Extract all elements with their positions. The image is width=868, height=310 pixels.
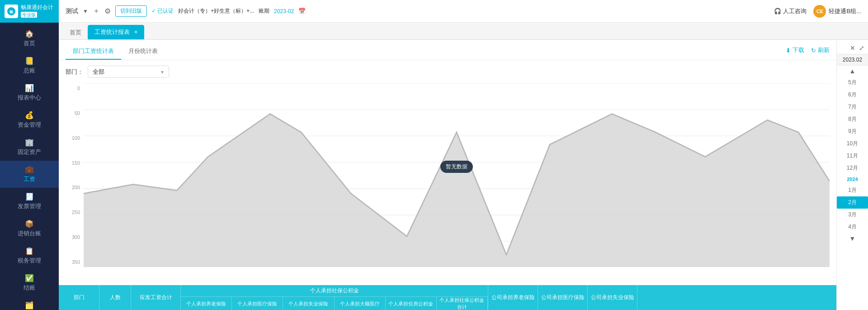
filter-bar: 部门： 全部 销售部 财务部 技术部 <box>59 60 836 83</box>
sidebar-item-tax[interactable]: 📋 税务管理 <box>0 242 59 269</box>
y-label-50: 50 <box>66 110 84 116</box>
col-dept: 部门 <box>59 285 99 310</box>
add-button[interactable]: ＋ <box>93 6 100 16</box>
download-icon: ⬇ <box>786 47 791 54</box>
sidebar-item-sales[interactable]: 📦 进销台账 <box>0 215 59 242</box>
month-12[interactable]: 12月 <box>837 162 868 174</box>
salary-icon: 💼 <box>25 165 34 174</box>
col-housing-fund: 个人承担住房公积金 <box>386 297 437 310</box>
calendar-icon[interactable]: 📅 <box>298 8 306 14</box>
y-label-350: 350 <box>66 259 84 265</box>
col-people: 人数 <box>99 285 131 310</box>
group-header-personal: 个人承担社保公积金 <box>181 285 488 297</box>
sidebar-item-assets[interactable]: 🏢 固定资产 <box>0 134 59 161</box>
panel-close-btn[interactable]: ✕ <box>850 44 855 52</box>
content-area: 部门工资统计表 月份统计表 ⬇ 下载 ↻ 刷新 <box>59 40 868 310</box>
y-label-0: 0 <box>66 86 84 91</box>
col-company-pension: 公司承担养老保险 <box>488 285 538 310</box>
y-label-200: 200 <box>66 185 84 190</box>
sidebar-item-ledger[interactable]: 📒 总账 <box>0 52 59 79</box>
subtab-actions: ⬇ 下载 ↻ 刷新 <box>786 46 830 58</box>
table-footer: 部门 人数 应发工资合计 个人承担社保公积金 个人承担养老保险 个人承担医疗 <box>59 285 836 310</box>
content-main: 部门工资统计表 月份统计表 ⬇ 下载 ↻ 刷新 <box>59 40 836 310</box>
dept-filter-select[interactable]: 全部 销售部 财务部 技术部 <box>88 66 169 78</box>
sidebar: 畅 畅康通好会计 专业版 🏠 首页 📒 总账 📊 报表中心 💰 资金管理 🏢 固… <box>0 0 59 310</box>
month-7[interactable]: 7月 <box>837 101 868 113</box>
sidebar-item-salary[interactable]: 💼 工资 <box>0 161 59 188</box>
tax-icon: 📋 <box>25 247 34 255</box>
headset-icon: 🎧 <box>774 8 781 14</box>
sidebar-item-invoice[interactable]: 🧾 发票管理 <box>0 188 59 215</box>
col-company-medical: 公司承担医疗保险 <box>538 285 588 310</box>
month-1-2024[interactable]: 1月 <box>837 184 868 196</box>
topbar-right: 🎧 人工咨询 CE 轻捷通B组... <box>774 5 861 18</box>
dept-filter-label: 部门： <box>66 68 83 76</box>
chart-area: 350 300 250 200 150 100 50 0 <box>59 83 836 285</box>
month-10[interactable]: 10月 <box>837 138 868 150</box>
sidebar-item-finance[interactable]: 💰 资金管理 <box>0 106 59 134</box>
period-label: 账期 <box>259 7 269 15</box>
subtab-dept[interactable]: 部门工资统计表 <box>66 44 121 60</box>
group-items-personal: 个人承担养老保险 个人承担医疗保险 个人承担失业保险 个人承担大额医疗 个人承担 <box>181 297 488 310</box>
nav-up-btn[interactable]: ▲ <box>837 66 868 76</box>
month-5[interactable]: 5月 <box>837 76 868 89</box>
period-value: 2023-02 <box>274 8 294 14</box>
tab-bar: 首页 工资统计报表 × <box>59 23 868 40</box>
settings-gear-icon[interactable]: ⚙ <box>104 7 111 15</box>
month-8[interactable]: 8月 <box>837 113 868 125</box>
month-6[interactable]: 6月 <box>837 89 868 101</box>
tab-salary-report[interactable]: 工资统计报表 × <box>88 25 144 39</box>
checkout-icon: ✅ <box>25 274 34 282</box>
month-4-2024[interactable]: 4月 <box>837 221 868 233</box>
company-dropdown-icon[interactable]: ▼ <box>83 8 88 14</box>
tab-home[interactable]: 首页 <box>63 26 88 39</box>
help-btn[interactable]: 🎧 人工咨询 <box>774 7 807 15</box>
col-unemployment: 个人承担失业保险 <box>283 297 334 310</box>
archive-icon: 🗂️ <box>25 301 34 310</box>
col-social-total: 个人承担社保公积金合计 <box>437 297 488 310</box>
logo-icon: 畅 <box>5 5 18 18</box>
sidebar-item-archive[interactable]: 🗂️ 归档管理 <box>0 296 59 310</box>
refresh-btn[interactable]: ↻ 刷新 <box>811 46 830 54</box>
sidebar-logo: 畅 畅康通好会计 专业版 <box>0 0 59 23</box>
invoice-icon: 🧾 <box>25 192 34 201</box>
right-panel: ✕ ⤢ 2023.02 ▲ 5月 6月 7月 8月 9月 10月 11月 12月… <box>836 40 868 310</box>
finance-icon: 💰 <box>25 111 34 119</box>
avatar: CE <box>813 5 826 18</box>
panel-expand-btn[interactable]: ⤢ <box>859 44 864 52</box>
panel-date: 2023.02 <box>837 54 868 66</box>
sidebar-nav: 🏠 首页 📒 总账 📊 报表中心 💰 资金管理 🏢 固定资产 💼 工资 🧾 发票… <box>0 23 59 310</box>
reports-icon: 📊 <box>25 84 34 92</box>
topbar: 测试 ▼ ＋ ⚙ 切到旧版 ✓ 已认证 好会计（专）+好生意（标）+... 账期… <box>59 0 868 23</box>
tab-close-btn[interactable]: × <box>134 29 138 35</box>
col-salary-total: 应发工资合计 <box>131 285 181 310</box>
subtab-left: 部门工资统计表 月份统计表 <box>66 44 165 60</box>
month-9[interactable]: 9月 <box>837 125 868 138</box>
chart-svg <box>84 83 830 267</box>
sidebar-item-home[interactable]: 🏠 首页 <box>0 25 59 52</box>
col-company-unemployment: 公司承担失业保险 <box>588 285 637 310</box>
y-label-300: 300 <box>66 234 84 240</box>
chart-svg-wrap: 暂无数据 <box>84 83 830 267</box>
nav-down-btn[interactable]: ▼ <box>837 233 868 244</box>
y-axis: 350 300 250 200 150 100 50 0 <box>66 83 84 267</box>
switch-old-btn[interactable]: 切到旧版 <box>115 5 147 17</box>
y-label-100: 100 <box>66 135 84 141</box>
verified-badge: ✓ 已认证 <box>151 7 174 15</box>
sidebar-item-reports[interactable]: 📊 报表中心 <box>0 79 59 106</box>
sales-icon: 📦 <box>25 219 34 228</box>
user-menu[interactable]: CE 轻捷通B组... <box>813 5 861 18</box>
home-icon: 🏠 <box>25 29 34 38</box>
service-badges: 好会计（专）+好生意（标）+... <box>178 7 254 15</box>
col-pension: 个人承担养老保险 <box>181 297 232 310</box>
chart-tooltip: 暂无数据 <box>440 161 473 173</box>
month-2-2024[interactable]: 2月 <box>837 196 868 209</box>
sidebar-item-checkout[interactable]: ✅ 结账 <box>0 269 59 296</box>
month-11[interactable]: 11月 <box>837 150 868 162</box>
col-group-personal: 个人承担社保公积金 个人承担养老保险 个人承担医疗保险 个人承担失业保险 个人承… <box>181 285 488 310</box>
month-3-2024[interactable]: 3月 <box>837 209 868 221</box>
download-btn[interactable]: ⬇ 下载 <box>786 46 804 54</box>
logo-text: 畅康通好会计 专业版 <box>21 4 53 18</box>
chart-container: 350 300 250 200 150 100 50 0 <box>66 83 830 281</box>
subtab-monthly[interactable]: 月份统计表 <box>121 44 165 60</box>
